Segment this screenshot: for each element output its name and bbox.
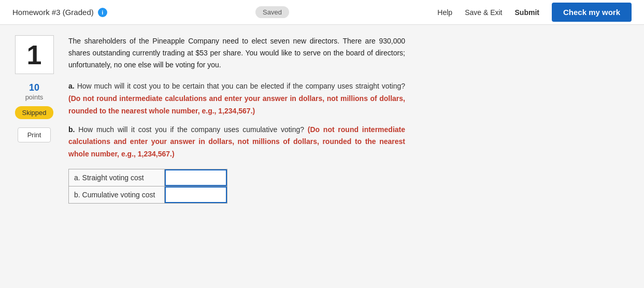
header-right: Help Save & Exit Submit Check my work (437, 3, 632, 22)
check-work-button[interactable]: Check my work (552, 3, 632, 22)
row-a-input-cell (165, 169, 227, 186)
submit-link[interactable]: Submit (515, 8, 539, 17)
skipped-badge: Skipped (15, 106, 54, 119)
sub-b-text: How much will it cost you if the company… (78, 125, 304, 134)
question-number-box: 1 (15, 35, 54, 74)
question-body: The shareholders of the Pineapple Compan… (68, 35, 405, 71)
page-header: Homework #3 (Graded) i Saved Help Save &… (0, 0, 644, 25)
header-left: Homework #3 (Graded) i (12, 8, 107, 17)
table-row: b. Cumulative voting cost (69, 186, 227, 204)
saved-badge: Saved (255, 6, 289, 18)
row-a-label: a. Straight voting cost (69, 169, 165, 186)
straight-voting-input[interactable] (165, 169, 227, 186)
left-sidebar: 1 10 points Skipped Print (12, 35, 64, 204)
sub-b-label: b. (68, 125, 75, 134)
main-content: 1 10 points Skipped Print The shareholde… (0, 25, 644, 214)
points-label: points (25, 93, 44, 101)
sub-a-text: How much will it cost you to be certain … (77, 82, 405, 90)
content-area: The shareholders of the Pineapple Compan… (64, 35, 632, 204)
sub-a-label: a. (68, 82, 75, 90)
cumulative-voting-input[interactable] (165, 186, 227, 203)
page-title: Homework #3 (Graded) (12, 8, 94, 17)
sub-question-b: b. How much will it cost you if the comp… (68, 124, 405, 161)
row-b-input-cell (165, 186, 227, 204)
question-number: 1 (27, 41, 42, 68)
help-link[interactable]: Help (437, 8, 452, 17)
sub-a-instruction: (Do not round intermediate calculations … (68, 94, 405, 115)
info-icon[interactable]: i (98, 8, 107, 17)
save-exit-link[interactable]: Save & Exit (465, 8, 502, 17)
sub-question-a: a. How much will it cost you to be certa… (68, 80, 405, 117)
answer-table: a. Straight voting cost b. Cumulative vo… (68, 169, 227, 204)
row-b-label: b. Cumulative voting cost (69, 186, 165, 204)
table-row: a. Straight voting cost (69, 169, 227, 186)
print-button[interactable]: Print (18, 127, 51, 142)
points-value: 10 (29, 82, 39, 93)
